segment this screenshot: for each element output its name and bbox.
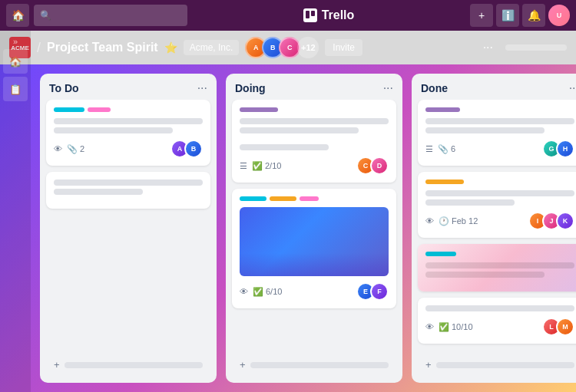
card-member-avatars: G H	[542, 140, 574, 158]
info-btn[interactable]: ℹ️	[496, 4, 519, 27]
card-footer: 👁 ✅ 10/10 L M	[425, 318, 574, 336]
card-done-1[interactable]: ☰ 📎 6 G H	[418, 100, 576, 166]
add-card-todo[interactable]: +	[46, 353, 210, 377]
tag-purple	[240, 107, 278, 112]
card-line	[54, 189, 143, 195]
checklist-count: 6/10	[266, 287, 282, 296]
checklist-icon-group: ✅ 10/10	[439, 322, 473, 332]
invite-button[interactable]: Invite	[325, 39, 362, 56]
card-done-3[interactable]	[418, 244, 576, 292]
list-doing-header: Doing ···	[226, 74, 402, 100]
list-todo-more[interactable]: ···	[197, 81, 207, 95]
card-todo-2[interactable]	[46, 172, 210, 209]
list-todo: To Do ··· 👁	[40, 74, 217, 383]
card-line	[54, 127, 173, 133]
nav-right-controls: + ℹ️ 🔔 U	[470, 4, 570, 27]
card-footer: ☰ 📎 6 G H	[425, 140, 574, 158]
card-text	[54, 118, 203, 133]
list-icon: ☰	[240, 161, 247, 171]
board-area: To Do ··· 👁	[0, 64, 576, 392]
card-line	[425, 199, 515, 206]
list-doing-title: Doing	[235, 82, 266, 94]
card-line	[240, 118, 389, 124]
trello-icon	[303, 8, 317, 22]
check-icon: ✅	[253, 287, 263, 297]
check-icon: ✅	[252, 161, 263, 171]
list-todo-header: To Do ···	[40, 74, 217, 100]
notifications-btn[interactable]: 🔔	[522, 4, 545, 27]
list-todo-title: To Do	[49, 82, 79, 94]
add-card-done[interactable]: +	[418, 353, 576, 377]
card-avatar-2: M	[556, 318, 574, 336]
card-line	[54, 180, 203, 186]
app-logo: Trello	[192, 8, 465, 22]
sidebar-board-icon[interactable]: 📋	[3, 77, 28, 101]
home-nav-btn[interactable]: 🏠	[6, 4, 29, 27]
card-done-4[interactable]: 👁 ✅ 10/10 L M	[418, 298, 576, 344]
eye-icon: 👁	[425, 216, 434, 226]
board-title: Project Team Spirit	[47, 41, 158, 54]
date-icon-group: 🕐 Feb 12	[439, 216, 478, 226]
checklist-icon-group: ✅ 2/10	[252, 161, 281, 171]
card-todo-1[interactable]: 👁 📎 2 A B	[46, 100, 210, 166]
card-member-avatars: E F	[356, 282, 389, 301]
card-tags	[240, 196, 389, 201]
checklist-icon-group: ✅ 6/10	[253, 287, 282, 297]
header-divider: /	[37, 40, 41, 56]
card-footer: 👁 ✅ 6/10 E F	[240, 282, 389, 301]
user-avatar[interactable]: U	[548, 5, 570, 26]
tag-pink	[300, 196, 319, 201]
tag-cyan	[54, 107, 84, 112]
star-button[interactable]: ⭐	[164, 41, 177, 54]
card-icons: 👁 ✅ 6/10	[240, 287, 282, 297]
eye-icon-group: 👁	[425, 216, 434, 226]
card-line	[425, 262, 574, 268]
add-btn[interactable]: +	[470, 4, 493, 27]
card-member-avatars: A B	[170, 140, 203, 158]
add-icon: +	[240, 359, 246, 371]
list-done: Done ··· ☰ 📎	[412, 74, 576, 383]
add-card-line	[250, 362, 389, 368]
card-tags	[54, 107, 203, 112]
card-tags	[240, 107, 389, 112]
tag-cyan	[425, 252, 456, 256]
card-avatar-2: F	[370, 282, 389, 301]
attachment-count: 6	[451, 144, 455, 153]
sidebar-home-icon[interactable]: 🏠	[3, 49, 28, 74]
due-date: Feb 12	[452, 216, 478, 226]
card-line	[425, 118, 574, 124]
card-footer: 👁 🕐 Feb 12 I J K	[425, 212, 574, 230]
card-text	[425, 305, 574, 311]
board-more-button[interactable]: ···	[477, 41, 499, 54]
card-done-2[interactable]: 👁 🕐 Feb 12 I J K	[418, 172, 576, 238]
card-line	[240, 144, 329, 150]
member-overflow-badge[interactable]: +12	[297, 37, 319, 58]
card-line	[425, 272, 545, 278]
sidebar-collapse-btn[interactable]: »	[13, 37, 18, 46]
list-doing-body: ☰ ✅ 2/10 C D	[226, 100, 402, 350]
list-icon-group: ☰	[240, 161, 247, 171]
card-avatar-2: B	[184, 140, 203, 158]
card-text	[425, 262, 574, 278]
card-member-avatars: L M	[542, 318, 574, 336]
list-done-more[interactable]: ···	[569, 81, 576, 95]
board-members: A B C +12	[245, 37, 319, 58]
card-member-avatars: C D	[356, 156, 389, 175]
card-icons: 👁 📎 2	[54, 144, 84, 154]
add-card-doing[interactable]: +	[232, 353, 396, 377]
paperclip-icon: 📎	[438, 144, 449, 154]
card-avatar-2: D	[370, 156, 389, 175]
search-bar[interactable]: 🔍	[34, 5, 187, 26]
card-footer: ☰ ✅ 2/10 C D	[240, 156, 389, 175]
card-doing-1[interactable]: ☰ ✅ 2/10 C D	[232, 100, 396, 183]
eye-icon-group: 👁	[54, 144, 62, 153]
attachment-count: 2	[80, 144, 84, 153]
eye-icon: 👁	[240, 287, 248, 296]
card-line	[425, 190, 574, 196]
tag-cyan	[240, 196, 266, 201]
card-member-avatars: I J K	[528, 212, 574, 230]
card-doing-2[interactable]: 👁 ✅ 6/10 E F	[232, 189, 396, 308]
list-doing-more[interactable]: ···	[383, 81, 393, 95]
list-done-title: Done	[421, 82, 448, 94]
workspace-tag[interactable]: Acme, Inc.	[184, 40, 240, 55]
